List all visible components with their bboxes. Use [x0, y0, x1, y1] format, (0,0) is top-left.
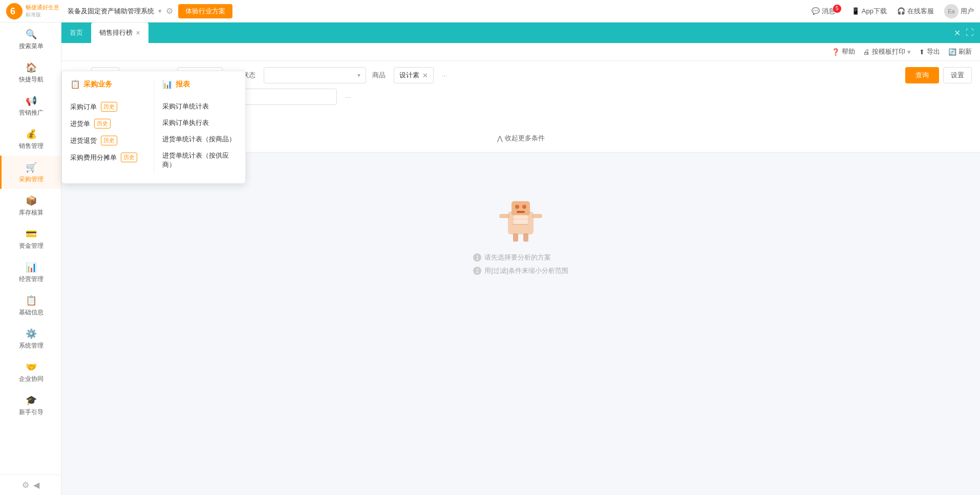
purchase-dropdown-menu: 📋 采购业务 采购订单 历史 进货单 历史 进货退货 历史 采购费用分摊单 历史	[61, 71, 246, 184]
status-section: 单据状态 ▾	[229, 67, 366, 83]
empty-hint-1: 1 请先选择要分析的方案	[473, 251, 568, 264]
search-actions: 查询 设置	[905, 67, 972, 83]
setting-btn[interactable]: 设置	[943, 67, 972, 83]
tab-home[interactable]: 首页	[61, 23, 91, 43]
tab-expand-icon[interactable]: ⛶	[964, 26, 976, 39]
dropdown-item-inbound[interactable]: 进货单 历史	[70, 115, 145, 132]
cart-icon: 🛒	[26, 162, 37, 173]
sidebar-item-label: 采购管理	[19, 175, 44, 184]
tab-sales-ranking[interactable]: 销售排行榜 ✕	[91, 23, 148, 43]
megaphone-icon: 📢	[26, 95, 37, 106]
tab-bar: 首页 销售排行榜 ✕ ✕ ⛶	[61, 23, 980, 43]
box-icon: 📦	[26, 195, 37, 206]
user-menu-btn[interactable]: Ea 用户	[944, 4, 974, 18]
dropdown-col-business: 📋 采购业务 采购订单 历史 进货单 历史 进货退货 历史 采购费用分摊单 历史	[62, 79, 154, 173]
sidebar-item-search[interactable]: 🔍 搜索菜单	[0, 23, 61, 56]
svg-rect-13	[514, 215, 528, 224]
refresh-btn[interactable]: 🔄 刷新	[948, 47, 972, 56]
salesperson-more-icon[interactable]: ···	[345, 93, 351, 101]
salesperson-dropdown[interactable]	[235, 89, 337, 105]
sidebar-settings-btn[interactable]: ⚙	[22, 480, 29, 490]
system-title: 装备及固定资产辅助管理系统 ▾ ⚙	[68, 6, 173, 16]
hist-badge: 历史	[101, 102, 117, 112]
empty-icon	[490, 193, 551, 245]
dropdown-item-return[interactable]: 进货退货 历史	[70, 132, 145, 149]
sidebar-item-sales[interactable]: 💰 销售管理	[0, 122, 61, 156]
sidebar-item-label: 企业协同	[19, 375, 44, 383]
dropdown-columns: 📋 采购业务 采购订单 历史 进货单 历史 进货退货 历史 采购费用分摊单 历史	[62, 79, 245, 173]
svg-rect-6	[517, 211, 525, 213]
sidebar-collapse-btn[interactable]: ◀	[33, 480, 39, 490]
sidebar-bottom: ⚙ ◀	[0, 475, 61, 495]
report-header-icon: 📊	[162, 79, 173, 89]
dropdown-item-order-exec[interactable]: 采购订单执行表	[162, 115, 238, 131]
online-service-btn[interactable]: 🎧 在线客服	[897, 7, 934, 16]
avatar: Ea	[944, 4, 958, 18]
svg-rect-7	[499, 214, 509, 218]
sidebar-item-marketing[interactable]: 📢 营销推广	[0, 89, 61, 122]
dropdown-item-inbound-by-supplier[interactable]: 进货单统计表（按供应商）	[162, 147, 238, 173]
sidebar-item-inventory[interactable]: 📦 库存核算	[0, 189, 61, 222]
sidebar-item-label: 系统管理	[19, 341, 44, 350]
export-icon: ⬆	[919, 48, 925, 56]
print-icon: 🖨	[863, 48, 870, 56]
help-btn[interactable]: ❓ 帮助	[832, 47, 855, 56]
sidebar-item-operations[interactable]: 📊 经营管理	[0, 255, 61, 289]
money-icon: 💰	[26, 128, 37, 140]
search-btn[interactable]: 查询	[905, 67, 939, 83]
sidebar-item-basic-info[interactable]: 📋 基础信息	[0, 289, 61, 322]
print-btn[interactable]: 🖨 按模板打印 ▾	[863, 47, 911, 56]
product-more-icon[interactable]: ···	[442, 72, 448, 79]
dropdown-arrow-icon[interactable]: ▾	[158, 7, 162, 15]
message-btn[interactable]: 💬 消息 5	[812, 7, 841, 16]
settings-icon[interactable]: ⚙	[166, 6, 173, 16]
status-dropdown[interactable]: ▾	[264, 67, 366, 83]
help-icon: ❓	[832, 48, 840, 56]
empty-hint-2: 2 用[过滤]条件来缩小分析范围	[473, 264, 568, 277]
card-icon: 💳	[26, 228, 37, 240]
tab-close-all-icon[interactable]: ✕	[952, 26, 963, 40]
logo-area: 6 畅捷通好生意 标准版	[6, 3, 68, 19]
collapse-btn[interactable]: ⋀ 收起更多条件	[497, 134, 545, 143]
dropdown-col-report-header: 📊 报表	[162, 79, 238, 92]
product-tag-close-icon[interactable]: ✕	[422, 72, 428, 79]
hist-badge: 历史	[94, 119, 111, 128]
logo-sub: 标准版	[26, 11, 59, 18]
page-toolbar: ❓ 帮助 🖨 按模板打印 ▾ ⬆ 导出 🔄 刷新	[61, 43, 980, 61]
export-btn[interactable]: ⬆ 导出	[919, 47, 940, 56]
headset-icon: 🎧	[897, 7, 905, 15]
dropdown-item-order-summary[interactable]: 采购订单统计表	[162, 98, 238, 115]
sidebar-item-finance[interactable]: 💳 资金管理	[0, 222, 61, 255]
svg-rect-8	[532, 214, 542, 218]
industry-btn[interactable]: 体验行业方案	[178, 4, 232, 18]
dropdown-col-report: 📊 报表 采购订单统计表 采购订单执行表 进货单统计表（按商品） 进货单统计表（…	[154, 79, 246, 173]
sidebar-item-system[interactable]: ⚙️ 系统管理	[0, 322, 61, 355]
sidebar-item-label: 快捷导航	[19, 75, 44, 84]
dropdown-item-inbound-by-product[interactable]: 进货单统计表（按商品）	[162, 131, 238, 147]
chart-icon: 📊	[26, 262, 37, 273]
dropdown-item-purchase-order[interactable]: 采购订单 历史	[70, 98, 145, 115]
sidebar-item-nav[interactable]: 🏠 快捷导航	[0, 56, 61, 89]
print-dropdown-icon[interactable]: ▾	[907, 48, 911, 56]
dropdown-item-expense[interactable]: 采购费用分摊单 历史	[70, 149, 145, 166]
search-icon: 🔍	[26, 29, 37, 40]
sidebar-item-guide[interactable]: 🎓 新手引导	[0, 389, 61, 422]
sidebar-item-enterprise[interactable]: 🤝 企业协同	[0, 355, 61, 389]
sidebar-item-label: 销售管理	[19, 142, 44, 150]
message-icon: 💬	[812, 7, 820, 15]
tab-close-icon[interactable]: ✕	[136, 30, 140, 36]
product-label: 商品	[372, 71, 386, 80]
header-right: 💬 消息 5 📱 App下载 🎧 在线客服 Ea 用户	[812, 4, 974, 18]
collapse-up-icon: ⋀	[497, 135, 503, 142]
hist-badge: 历史	[101, 136, 117, 145]
business-header-icon: 📋	[70, 79, 80, 89]
clipboard-icon: 📋	[26, 295, 37, 306]
sidebar: 🔍 搜索菜单 🏠 快捷导航 📢 营销推广 💰 销售管理 🛒 采购管理 📦 库存核…	[0, 23, 61, 495]
logo-text: 畅捷通好生意	[26, 4, 59, 11]
sidebar-item-purchase[interactable]: 🛒 采购管理	[0, 156, 61, 189]
product-tag[interactable]: 设计素 ✕	[394, 67, 434, 83]
empty-hints: 1 请先选择要分析的方案 2 用[过滤]条件来缩小分析范围	[473, 251, 568, 277]
status-chevron-icon: ▾	[357, 72, 360, 79]
sidebar-item-label: 基础信息	[19, 308, 44, 317]
app-download-btn[interactable]: 📱 App下载	[851, 7, 887, 16]
